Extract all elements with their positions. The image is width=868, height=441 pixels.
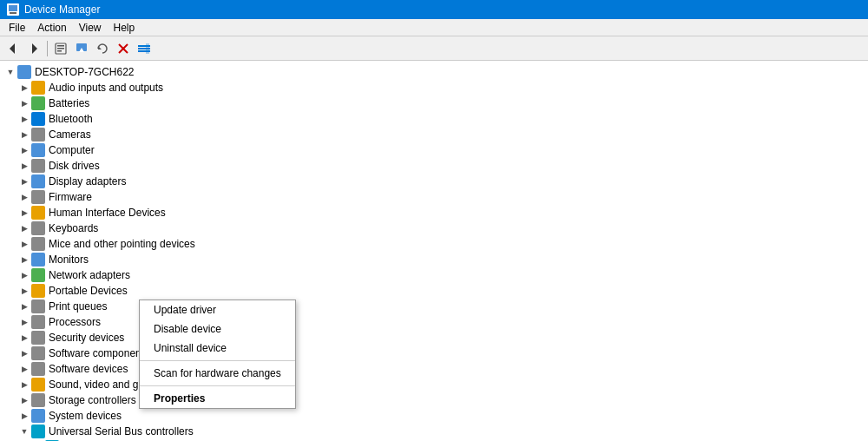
btn-properties[interactable] (51, 39, 70, 58)
icon-network (31, 268, 45, 282)
tree-item-usb[interactable]: Universal Serial Bus controllers (0, 424, 868, 439)
expander-hid[interactable] (17, 206, 31, 220)
icon-batteries (31, 96, 45, 110)
expander-sound[interactable] (17, 378, 31, 392)
label-disk: Disk drives (49, 160, 100, 172)
expander-print[interactable] (17, 299, 31, 313)
expander-batteries[interactable] (17, 96, 31, 110)
expander-computer[interactable] (17, 143, 31, 157)
label-display: Display adapters (49, 175, 126, 188)
tree-item-sound[interactable]: Sound, video and game controllers (0, 377, 868, 392)
tree-item-keyboards[interactable]: Keyboards (0, 220, 868, 236)
expander-keyboards[interactable] (17, 221, 31, 235)
expander-firmware[interactable] (17, 190, 31, 204)
label-storage: Storage controllers (49, 394, 136, 406)
icon-root (17, 65, 31, 79)
svg-rect-7 (57, 48, 64, 49)
tree-item-display[interactable]: Display adapters (0, 174, 868, 189)
expander-security[interactable] (17, 331, 31, 345)
tree-item-root[interactable]: DESKTOP-7GCH622 (0, 64, 868, 80)
icon-disk (31, 159, 45, 173)
tree-item-mice[interactable]: Mice and other pointing devices (0, 236, 868, 252)
btn-back[interactable] (3, 39, 23, 58)
svg-rect-8 (57, 50, 62, 52)
svg-marker-11 (98, 46, 102, 49)
tree-item-monitors[interactable]: Monitors (0, 252, 868, 267)
btn-forward[interactable] (24, 39, 43, 58)
expander-cameras[interactable] (17, 128, 31, 142)
tree-item-network[interactable]: Network adapters (0, 267, 868, 283)
menu-view[interactable]: View (74, 21, 107, 35)
menu-file[interactable]: File (3, 21, 30, 35)
expander-bluetooth[interactable] (17, 112, 31, 126)
tree-item-print[interactable]: Print queues (0, 299, 868, 314)
expander-monitors[interactable] (17, 253, 31, 267)
ctx-update-driver[interactable]: Update driver (140, 300, 295, 319)
icon-computer (31, 143, 45, 157)
menu-help[interactable]: Help (108, 21, 141, 35)
expander-processors[interactable] (17, 315, 31, 329)
expander-storage[interactable] (17, 393, 31, 407)
svg-rect-1 (9, 5, 17, 11)
expander-disk[interactable] (17, 159, 31, 173)
tree-item-softwaredev[interactable]: Software devices (0, 361, 868, 377)
icon-security (31, 331, 45, 345)
svg-marker-3 (10, 43, 15, 54)
tree-item-security[interactable]: Security devices (0, 330, 868, 346)
ctx-separator-2 (140, 385, 295, 386)
expander-system[interactable] (17, 409, 31, 423)
icon-softwarecomp (31, 346, 45, 360)
icon-hid (31, 206, 45, 220)
ctx-properties[interactable]: Properties (140, 389, 295, 408)
expander-display[interactable] (17, 174, 31, 188)
tree-item-hid[interactable]: Human Interface Devices (0, 205, 868, 220)
icon-print (31, 299, 45, 313)
ctx-scan-changes[interactable]: Scan for hardware changes (140, 364, 295, 383)
tree-item-portable[interactable]: Portable Devices (0, 283, 868, 299)
label-usb: Universal Serial Bus controllers (49, 425, 194, 438)
tree-item-disk[interactable]: Disk drives (0, 158, 868, 174)
btn-scan[interactable] (135, 39, 154, 58)
btn-rollback[interactable] (93, 39, 112, 58)
ctx-disable-device[interactable]: Disable device (140, 319, 295, 339)
btn-update-driver[interactable] (72, 39, 91, 58)
icon-processors (31, 315, 45, 329)
ctx-uninstall-device[interactable]: Uninstall device (140, 339, 295, 358)
label-batteries: Batteries (49, 97, 89, 109)
label-softwarecomp: Software components (49, 347, 149, 359)
icon-sound (31, 378, 45, 392)
icon-keyboards (31, 221, 45, 235)
icon-mice (31, 237, 45, 251)
tree-item-audio[interactable]: Audio inputs and outputs (0, 80, 868, 95)
expander-usb[interactable] (17, 425, 31, 438)
context-menu: Update driver Disable device Uninstall d… (139, 299, 296, 409)
tree-item-bluetooth[interactable]: Bluetooth (0, 111, 868, 127)
expander-root[interactable] (3, 65, 17, 79)
expander-softwaredev[interactable] (17, 362, 31, 376)
tree-item-firmware[interactable]: Firmware (0, 189, 868, 205)
expander-network[interactable] (17, 268, 31, 282)
label-bluetooth: Bluetooth (49, 113, 93, 125)
menu-action[interactable]: Action (32, 21, 71, 35)
tree-item-system[interactable]: System devices (0, 408, 868, 424)
label-computer: Computer (49, 144, 95, 156)
label-monitors: Monitors (49, 253, 89, 266)
label-audio: Audio inputs and outputs (49, 82, 163, 94)
icon-usb (31, 425, 45, 438)
expander-mice[interactable] (17, 237, 31, 251)
expander-portable[interactable] (17, 284, 31, 298)
expander-softwarecomp[interactable] (17, 346, 31, 360)
ctx-separator-1 (140, 360, 295, 361)
tree-item-computer[interactable]: Computer (0, 142, 868, 158)
label-print: Print queues (49, 300, 107, 313)
expander-audio[interactable] (17, 81, 31, 95)
tree-item-storage[interactable]: Storage controllers (0, 392, 868, 408)
tree-item-processors[interactable]: Processors (0, 314, 868, 330)
tree-item-batteries[interactable]: Batteries (0, 95, 868, 111)
svg-rect-2 (10, 12, 16, 14)
btn-uninstall[interactable] (114, 39, 133, 58)
tree-item-cameras[interactable]: Cameras (0, 127, 868, 142)
tree-item-softwarecomp[interactable]: Software components (0, 346, 868, 361)
menu-bar: File Action View Help (0, 19, 868, 36)
label-firmware: Firmware (49, 191, 92, 203)
